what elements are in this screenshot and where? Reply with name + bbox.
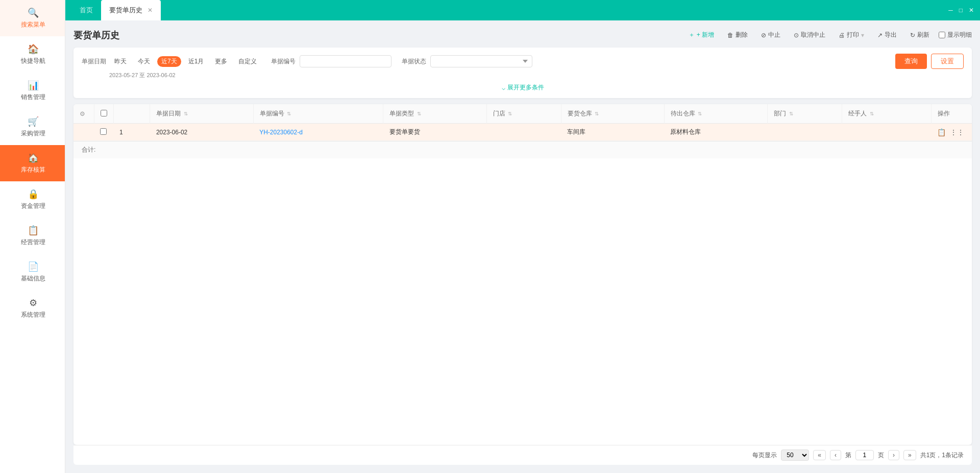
delete-button[interactable]: 🗑 删除	[723, 29, 752, 41]
date-range-text: 2023-05-27 至 2023-06-02	[109, 72, 176, 78]
date-filter-group: 单据日期 昨天今天近7天近1月更多自定义	[82, 56, 261, 67]
sidebar-item-basic-info[interactable]: 📄 基础信息	[0, 254, 65, 290]
display-detail-checkbox[interactable]: 显示明细	[939, 31, 972, 39]
tab-home[interactable]: 首页	[71, 0, 101, 20]
row-checkbox[interactable]	[100, 128, 107, 135]
sort-reqwarehouse-icon[interactable]: ⇅	[595, 111, 599, 116]
docno-link[interactable]: YH-20230602-d	[259, 129, 303, 136]
display-detail-input[interactable]	[939, 32, 945, 38]
sidebar-item-operations[interactable]: 📋 经营管理	[0, 218, 65, 254]
date-shortcut-近7天[interactable]: 近7天	[157, 56, 181, 67]
next-page-btn[interactable]: ›	[888, 450, 899, 460]
action-buttons: ＋ + 新增 🗑 删除 ⊘ 中止 ⊙ 取消中止 🖨 打印	[684, 29, 972, 41]
topbar-close-btn[interactable]: ✕	[969, 7, 974, 14]
col-checkbox-header	[94, 104, 113, 124]
sort-doctype-icon[interactable]: ⇅	[417, 111, 421, 116]
col-settings-header: ⚙	[74, 104, 94, 124]
sidebar-item-label: 经营管理	[21, 238, 45, 247]
first-page-btn[interactable]: «	[813, 450, 826, 460]
page-goto-label: 第	[845, 451, 851, 460]
sidebar-item-label: 基础信息	[21, 274, 45, 283]
finance-icon: 🔒	[28, 188, 39, 200]
sidebar-item-label: 系统管理	[21, 311, 45, 319]
sidebar-item-quick-nav[interactable]: 🏠 快捷导航	[0, 36, 65, 73]
sort-docno-icon[interactable]: ⇅	[287, 111, 291, 116]
settings-button[interactable]: 设置	[931, 54, 964, 69]
col-date-header: 单据日期 ⇅	[150, 104, 253, 124]
cell-store	[486, 124, 561, 141]
sort-pendingwarehouse-icon[interactable]: ⇅	[698, 111, 702, 116]
sidebar-item-label: 快捷导航	[21, 57, 45, 65]
cell-pendingwarehouse: 原材料仓库	[664, 124, 767, 141]
table-container: ⚙ 单据日期 ⇅ 单据编号 ⇅	[74, 104, 972, 445]
sidebar-item-purchase[interactable]: 🛒 采购管理	[0, 109, 65, 145]
row-more-btn[interactable]: ⋮⋮	[950, 128, 964, 136]
sidebar-item-label: 搜索菜单	[21, 20, 45, 29]
new-icon: ＋	[689, 31, 695, 39]
date-shortcut-自定义[interactable]: 自定义	[234, 56, 261, 67]
column-settings-icon[interactable]: ⚙	[80, 110, 85, 117]
page-number-input[interactable]	[855, 450, 874, 460]
col-actions-header: 操作	[931, 104, 972, 124]
cell-settings	[74, 124, 94, 141]
last-page-btn[interactable]: »	[903, 450, 916, 460]
status-label: 单据状态	[402, 57, 426, 66]
col-index-header	[113, 104, 150, 124]
row-edit-btn[interactable]: 📋	[937, 128, 946, 136]
col-dept-header: 部门 ⇅	[768, 104, 842, 124]
sort-store-icon[interactable]: ⇅	[508, 111, 512, 116]
table-header-row: ⚙ 单据日期 ⇅ 单据编号 ⇅	[74, 104, 972, 124]
refresh-icon: ↻	[910, 32, 915, 39]
date-shortcut-更多[interactable]: 更多	[211, 56, 231, 67]
expand-more-btn[interactable]: ⌵ 展开更多条件	[82, 83, 964, 92]
data-table: ⚙ 单据日期 ⇅ 单据编号 ⇅	[74, 104, 972, 141]
col-store-header: 门店 ⇅	[486, 104, 561, 124]
main-area: 首页要货单历史✕ ─ □ ✕ 要货单历史 ＋ + 新增 🗑 删除 ⊘	[65, 0, 980, 473]
status-select[interactable]: 草稿 已确认 已完成 已取消	[430, 55, 532, 67]
cancel-stop-button[interactable]: ⊙ 取消中止	[790, 29, 829, 41]
sidebar-item-label: 资金管理	[21, 202, 45, 210]
sidebar-item-finance[interactable]: 🔒 资金管理	[0, 181, 65, 218]
prev-page-btn[interactable]: ‹	[830, 450, 841, 460]
export-button[interactable]: ↗ 导出	[873, 29, 901, 41]
date-range-display: 2023-05-27 至 2023-06-02	[109, 71, 964, 79]
content-area: 要货单历史 ＋ + 新增 🗑 删除 ⊘ 中止 ⊙ 取消中止	[65, 20, 980, 473]
date-shortcut-近1月[interactable]: 近1月	[184, 56, 208, 67]
sort-dept-icon[interactable]: ⇅	[789, 111, 793, 116]
sort-handler-icon[interactable]: ⇅	[870, 111, 874, 116]
col-docno-header: 单据编号 ⇅	[253, 104, 383, 124]
date-shortcut-昨天[interactable]: 昨天	[110, 56, 131, 67]
date-shortcuts: 昨天今天近7天近1月更多自定义	[110, 56, 261, 67]
sidebar-item-sales[interactable]: 📊 销售管理	[0, 73, 65, 109]
cell-docno: YH-20230602-d	[253, 124, 383, 141]
export-icon: ↗	[877, 32, 883, 39]
query-button[interactable]: 查询	[895, 54, 927, 69]
tab-close-requisition-history[interactable]: ✕	[148, 7, 153, 14]
topbar-maximize-btn[interactable]: □	[959, 7, 963, 14]
cell-index: 1	[113, 124, 150, 141]
cell-doctype: 要货单要货	[383, 124, 486, 141]
print-icon: 🖨	[839, 32, 845, 39]
cell-checkbox	[94, 124, 113, 141]
new-button[interactable]: ＋ + 新增	[684, 29, 718, 41]
page-header: 要货单历史 ＋ + 新增 🗑 删除 ⊘ 中止 ⊙ 取消中止	[74, 29, 972, 41]
sidebar-item-label: 采购管理	[21, 129, 45, 138]
print-button[interactable]: 🖨 打印 ▾	[835, 29, 868, 41]
sidebar-item-inventory[interactable]: 🏠 库存核算	[0, 145, 65, 181]
sidebar-item-search-menu[interactable]: 🔍 搜索菜单	[0, 0, 65, 36]
page-size-select[interactable]: 50 20 100	[781, 450, 809, 461]
refresh-button[interactable]: ↻ 刷新	[906, 29, 934, 41]
total-info: 共1页，1条记录	[920, 451, 964, 460]
sidebar-item-system[interactable]: ⚙ 系统管理	[0, 290, 65, 326]
inventory-icon: 🏠	[28, 152, 39, 163]
select-all-checkbox[interactable]	[101, 110, 107, 116]
page-title: 要货单历史	[74, 29, 119, 41]
sidebar: 🔍 搜索菜单 🏠 快捷导航 📊 销售管理 🛒 采购管理 🏠 库存核算 🔒 资金管…	[0, 0, 65, 473]
docno-label: 单据编号	[271, 57, 296, 66]
docno-input[interactable]	[300, 55, 391, 67]
tab-requisition-history[interactable]: 要货单历史✕	[101, 0, 161, 20]
topbar-minimize-btn[interactable]: ─	[948, 7, 953, 14]
date-shortcut-今天[interactable]: 今天	[134, 56, 154, 67]
sort-date-icon[interactable]: ⇅	[184, 111, 188, 116]
stop-button[interactable]: ⊘ 中止	[757, 29, 785, 41]
